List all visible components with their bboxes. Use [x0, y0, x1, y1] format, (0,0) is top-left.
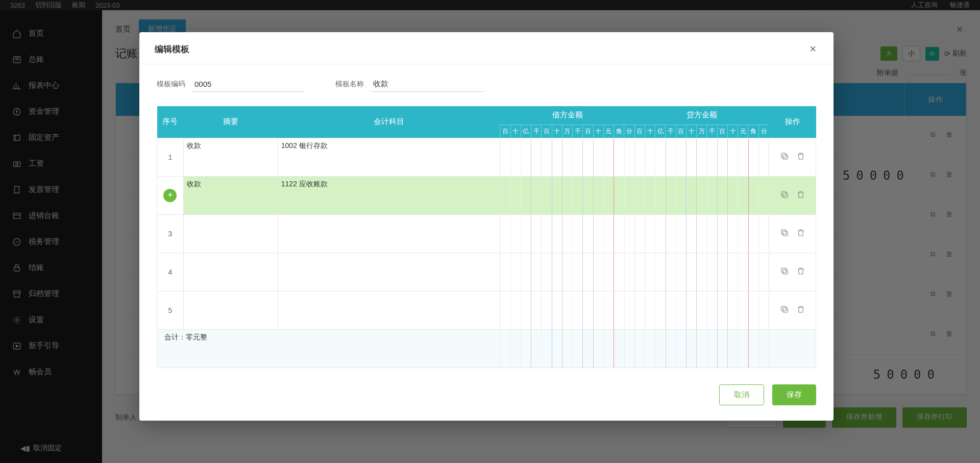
row-summary[interactable]: [183, 291, 278, 329]
copy-icon[interactable]: [780, 152, 789, 162]
svg-rect-15: [783, 231, 788, 236]
col-account-header: 会计科目: [278, 106, 500, 138]
digit-header: 百: [717, 125, 727, 138]
digit-header: 亿: [521, 125, 531, 138]
template-code-input[interactable]: [192, 77, 305, 92]
row-debit[interactable]: [500, 253, 634, 291]
digit-header: 分: [758, 125, 769, 138]
svg-rect-11: [783, 155, 788, 159]
digit-header: 百: [634, 125, 645, 138]
row-summary[interactable]: [183, 214, 278, 253]
svg-rect-12: [781, 153, 786, 158]
save-button[interactable]: 保存: [772, 384, 816, 405]
delete-icon[interactable]: [796, 266, 805, 277]
row-op: [769, 291, 816, 329]
edit-template-modal: 编辑模板 × 模板编码 模板名称 序号 摘要 会计科目 借方金额 贷方金额: [139, 32, 834, 421]
row-op: [769, 138, 816, 176]
total-credit: [634, 329, 769, 368]
delete-icon[interactable]: [796, 305, 805, 315]
template-code-label: 模板编码: [157, 80, 185, 89]
row-debit[interactable]: [500, 176, 634, 214]
col-debit-header: 借方金额: [500, 106, 634, 125]
total-debit: [500, 329, 634, 368]
delete-icon[interactable]: [796, 152, 805, 162]
digit-header: 角: [748, 125, 758, 138]
svg-rect-13: [783, 193, 788, 198]
digit-header: 百: [542, 125, 552, 138]
svg-rect-18: [781, 268, 786, 273]
delete-icon[interactable]: [796, 228, 805, 239]
row-op: [769, 176, 816, 214]
row-seq: 3: [157, 214, 184, 253]
digit-header: 十: [552, 125, 562, 138]
row-credit[interactable]: [634, 253, 769, 291]
copy-icon[interactable]: [780, 266, 789, 277]
row-summary[interactable]: 收款: [183, 176, 278, 214]
copy-icon[interactable]: [780, 228, 789, 239]
template-name-label: 模板名称: [335, 80, 364, 89]
svg-rect-17: [783, 270, 788, 274]
row-op: [769, 214, 816, 253]
copy-icon[interactable]: [780, 190, 789, 201]
col-seq-header: 序号: [157, 106, 184, 138]
copy-icon[interactable]: [780, 305, 789, 315]
row-account[interactable]: [278, 253, 500, 291]
row-seq: +: [157, 176, 184, 214]
digit-header: 十: [645, 125, 655, 138]
row-account[interactable]: [278, 214, 500, 253]
digit-header: 角: [614, 125, 624, 138]
digit-header: 千: [531, 125, 542, 138]
col-credit-header: 贷方金额: [634, 106, 769, 125]
col-summary-header: 摘要: [183, 106, 278, 138]
row-credit[interactable]: [634, 176, 769, 214]
cancel-button[interactable]: 取消: [719, 384, 764, 405]
digit-header: 千: [666, 125, 676, 138]
row-account[interactable]: 1122 应收账款: [278, 176, 500, 214]
row-seq: 5: [157, 291, 184, 329]
row-debit[interactable]: [500, 138, 634, 176]
digit-header: 十: [593, 125, 603, 138]
total-op: [769, 329, 816, 368]
digit-header: 十: [686, 125, 696, 138]
template-row[interactable]: 4: [157, 253, 816, 291]
digit-header: 十: [510, 125, 521, 138]
digit-header: 百: [676, 125, 686, 138]
digit-header: 元: [738, 125, 748, 138]
row-debit[interactable]: [500, 291, 634, 329]
row-op: [769, 253, 816, 291]
total-label: 合计：零元整: [157, 329, 500, 368]
row-summary[interactable]: [183, 253, 278, 291]
template-row[interactable]: 3: [157, 214, 816, 253]
template-row[interactable]: 1收款1002 银行存款: [157, 138, 816, 176]
close-icon[interactable]: ×: [807, 42, 818, 56]
digit-header: 分: [624, 125, 634, 138]
digit-header: 百: [500, 125, 510, 138]
template-name-input[interactable]: [371, 77, 483, 92]
template-row[interactable]: +收款1122 应收账款: [157, 176, 816, 214]
row-credit[interactable]: [634, 214, 769, 253]
row-account[interactable]: [278, 291, 500, 329]
row-credit[interactable]: [634, 291, 769, 329]
row-seq: 1: [157, 138, 184, 176]
svg-rect-19: [783, 308, 788, 312]
digit-header: 千: [573, 125, 583, 138]
row-seq: 4: [157, 253, 184, 291]
digit-header: 十: [727, 125, 738, 138]
digit-header: 万: [697, 125, 707, 138]
col-op-header: 操作: [769, 106, 816, 138]
row-debit[interactable]: [500, 214, 634, 253]
svg-rect-14: [781, 191, 786, 196]
modal-title: 编辑模板: [155, 43, 189, 55]
digit-header: 万: [562, 125, 572, 138]
template-row[interactable]: 5: [157, 291, 816, 329]
add-row-button[interactable]: +: [163, 189, 177, 202]
svg-rect-20: [781, 306, 786, 311]
row-credit[interactable]: [634, 138, 769, 176]
row-account[interactable]: 1002 银行存款: [278, 138, 500, 176]
svg-rect-16: [781, 230, 786, 234]
delete-icon[interactable]: [796, 190, 805, 201]
digit-header: 百: [583, 125, 593, 138]
digit-header: 亿: [655, 125, 666, 138]
row-summary[interactable]: 收款: [183, 138, 278, 176]
digit-header: 元: [603, 125, 614, 138]
